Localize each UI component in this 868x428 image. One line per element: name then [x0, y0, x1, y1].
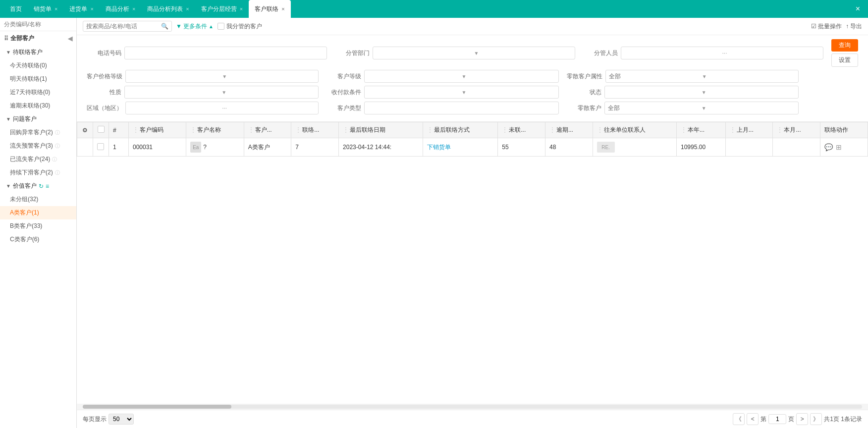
prev-page-button[interactable]: < [747, 413, 759, 425]
my-customers-checkbox[interactable]: 我分管的客户 [217, 22, 262, 31]
row-last-method-cell[interactable]: 下销货单 [423, 138, 498, 157]
status-select[interactable]: ▼ [604, 86, 799, 99]
customer-level-select[interactable]: ▼ [364, 70, 558, 83]
payment-select[interactable]: ▼ [364, 86, 558, 99]
sidebar-search-input[interactable] [4, 21, 77, 28]
col-current-year[interactable]: ⋮本年... [677, 122, 726, 138]
close-customer-contact[interactable]: × [281, 6, 284, 12]
nav-sales-order[interactable]: 销货单 × [28, 0, 63, 18]
sidebar-item-ungrouped[interactable]: 未分组(32) [0, 193, 76, 206]
close-sales-order[interactable]: × [54, 6, 57, 12]
nav-product-analysis[interactable]: 商品分析 × [100, 0, 141, 18]
filter-dept: 分管部门 ▼ [331, 47, 579, 59]
close-customer-segmentation[interactable]: × [240, 6, 243, 12]
query-button[interactable]: 查询 [831, 39, 858, 52]
customers-table: ⚙ # ⋮客户编码 ⋮客户名称 ⋮客户... ⋮联络... ⋮最后联络日期 ⋮最… [77, 122, 868, 157]
nav-customer-segmentation[interactable]: 客户分层经营 × [195, 0, 249, 18]
scrollbar-thumb[interactable] [83, 405, 231, 409]
next-page-button[interactable]: > [796, 413, 808, 425]
price-level-select[interactable]: ▼ [125, 70, 319, 83]
toolbar-search-icon[interactable]: 🔍 [161, 23, 168, 30]
nav-purchase-order[interactable]: 进货单 × [63, 0, 99, 18]
value-triangle: ▼ [6, 183, 11, 189]
check-all-checkbox[interactable] [98, 126, 105, 133]
export-button[interactable]: ↑ 导出 [846, 22, 862, 31]
all-customers-header[interactable]: ⠿ 全部客户 ◀ [0, 31, 76, 46]
sidebar-item-a-class[interactable]: A类客户(1) [0, 206, 76, 219]
col-current-month[interactable]: ⋮本月... [773, 122, 820, 138]
sidebar-item-tomorrow-pending[interactable]: 明天待联络(1) [0, 72, 76, 86]
col-last-month[interactable]: ⋮上月... [725, 122, 773, 138]
col-unit-contact[interactable]: ⋮往来单位联系人 [593, 122, 676, 138]
toolbar-search-container: 🔍 [83, 21, 172, 32]
pending-group-label[interactable]: ▼ 待联络客户 [0, 46, 76, 59]
sidebar-item-today-pending[interactable]: 今天待联络(0) [0, 59, 76, 72]
col-unreached[interactable]: ⋮未联... [498, 122, 545, 138]
export-icon: ↑ [846, 23, 849, 30]
value-settings-icon[interactable]: ≡ [46, 183, 49, 190]
sidebar-item-repurchase-abnormal[interactable]: 回购异常客户(2) ⓘ [0, 126, 76, 139]
last-method-link[interactable]: 下销货单 [427, 144, 451, 151]
filter-row-4: 区域（地区） ··· 客户类型 零散客户 全部 ▼ [83, 102, 862, 114]
person-select[interactable]: ··· [621, 47, 823, 59]
qr-icon[interactable]: ⊞ [836, 143, 842, 151]
horizontal-scrollbar[interactable] [77, 404, 868, 410]
batch-operations-button[interactable]: ☑ 批量操作 [811, 22, 842, 31]
col-settings[interactable]: ⚙ [77, 122, 93, 138]
sidebar-item-7day-pending[interactable]: 近7天待联络(0) [0, 86, 76, 99]
col-code[interactable]: ⋮客户编码 [129, 122, 186, 138]
close-product-analysis[interactable]: × [132, 6, 135, 12]
scrollbar-track [83, 405, 862, 409]
page-prefix-label: 第 [760, 415, 766, 424]
sidebar-item-overdue-contact[interactable]: 逾期未联络(30) [0, 99, 76, 112]
per-page-select[interactable]: 50 100 200 [108, 414, 134, 425]
page-number-input[interactable] [768, 414, 786, 424]
col-overdue[interactable]: ⋮逾期... [545, 122, 593, 138]
sidebar-item-b-class[interactable]: B类客户(33) [0, 219, 76, 233]
sidebar-item-churn-warning[interactable]: 流失预警客户(3) ⓘ [0, 139, 76, 153]
retail-attr-select[interactable]: 全部 ▼ [605, 70, 799, 83]
window-close-button[interactable]: × [852, 4, 864, 13]
table-header-row: ⚙ # ⋮客户编码 ⋮客户名称 ⋮客户... ⋮联络... ⋮最后联络日期 ⋮最… [77, 122, 868, 138]
more-filters-button[interactable]: ▼ 更多条件 ▲ [176, 22, 214, 31]
filter-row-1: 电话号码 分管部门 ▼ 分管人员 ··· [83, 39, 862, 67]
nav-home[interactable]: 首页 [4, 0, 28, 18]
dept-select[interactable]: ▼ [373, 47, 575, 59]
row-checkbox[interactable] [97, 143, 104, 150]
row-last-month-cell [725, 138, 773, 157]
row-check-cell[interactable] [93, 138, 109, 157]
nature-select[interactable]: ▼ [124, 86, 319, 99]
col-last-contact-method[interactable]: ⋮最后联络方式 [423, 122, 498, 138]
pending-triangle: ▼ [6, 50, 11, 55]
col-contact-count[interactable]: ⋮联络... [291, 122, 339, 138]
col-check-all[interactable] [93, 122, 109, 138]
retail-customer-select[interactable]: 全部 ▼ [604, 102, 799, 114]
table-footer: 每页显示 50 100 200 《 < 第 页 > [77, 410, 868, 428]
value-refresh-icon[interactable]: ↻ [39, 183, 44, 190]
col-name[interactable]: ⋮客户名称 [186, 122, 244, 138]
nav-customer-contact[interactable]: 客户联络 × [249, 0, 290, 18]
sidebar-item-churned[interactable]: 已流失客户(24) ⓘ [0, 153, 76, 166]
value-group-label[interactable]: ▼ 价值客户 ↻ ≡ [0, 179, 76, 193]
last-page-button[interactable]: 》 [810, 413, 822, 425]
settings-button[interactable]: 设置 [831, 54, 858, 67]
my-customers-checkbox-box[interactable] [217, 23, 224, 30]
nav-product-analysis-list[interactable]: 商品分析列表 × [141, 0, 195, 18]
person-dots-icon: ··· [722, 50, 820, 56]
sidebar-item-c-class[interactable]: C类客户(6) [0, 233, 76, 246]
filter-arrow: ▲ [209, 24, 214, 29]
first-page-button[interactable]: 《 [733, 413, 745, 425]
close-purchase-order[interactable]: × [90, 6, 93, 12]
region-select[interactable]: ··· [125, 102, 319, 114]
sidebar-collapse-btn[interactable]: ◀ [68, 35, 72, 42]
col-customer-type[interactable]: ⋮客户... [244, 122, 291, 138]
toolbar-search-input[interactable] [86, 23, 161, 30]
problem-group-label[interactable]: ▼ 问题客户 [0, 112, 76, 126]
close-product-analysis-list[interactable]: × [186, 6, 189, 12]
sidebar-item-declining[interactable]: 持续下滑客户(2) ⓘ [0, 166, 76, 179]
customer-type-select[interactable] [364, 102, 558, 114]
per-page-container: 每页显示 50 100 200 [83, 414, 134, 425]
phone-input[interactable] [124, 47, 327, 59]
message-icon[interactable]: 💬 [824, 143, 833, 151]
col-last-contact-date[interactable]: ⋮最后联络日期 [339, 122, 423, 138]
